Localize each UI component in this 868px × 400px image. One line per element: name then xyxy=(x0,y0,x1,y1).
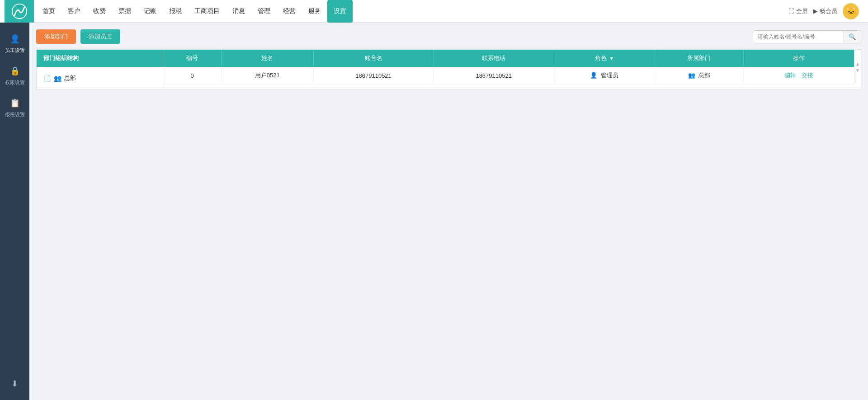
member-label: 畅会员 xyxy=(820,7,837,15)
sidebar-permission-label: 权限设置 xyxy=(5,79,25,86)
member-button[interactable]: ▶ 畅会员 xyxy=(813,7,837,15)
nav-right-area: ⛶ 全屏 ▶ 畅会员 🐱 xyxy=(788,3,863,19)
dept-item-zongbu[interactable]: 📄 👥 总部 xyxy=(41,71,158,85)
nav-accounting[interactable]: 记账 xyxy=(137,0,163,23)
dept-value: 总部 xyxy=(698,72,710,79)
nav-settings[interactable]: 设置 xyxy=(327,0,353,23)
cell-phone: 18679110521 xyxy=(434,67,554,85)
cell-role: 👤 管理员 xyxy=(554,67,655,85)
col-header-name: 姓名 xyxy=(222,50,313,67)
edit-button[interactable]: 编辑 xyxy=(784,72,796,79)
col-header-id: 编号 xyxy=(163,50,222,67)
cell-dept: 👥 总部 xyxy=(655,67,743,85)
sidebar-employee-label: 员工设置 xyxy=(5,47,25,54)
nav-customer[interactable]: 客户 xyxy=(61,0,87,23)
nav-billing[interactable]: 收费 xyxy=(87,0,112,23)
play-icon: ▶ xyxy=(813,8,818,14)
nav-operation[interactable]: 经营 xyxy=(277,0,302,23)
col-header-role[interactable]: 角色 ▼ xyxy=(554,50,655,67)
content-area: 部门组织结构 📄 👥 总部 编号 姓名 xyxy=(36,49,861,90)
main-content: 添加部门 添加员工 🔍 部门组织结构 📄 👥 总部 xyxy=(29,23,868,400)
dept-file-icon: 📄 xyxy=(43,75,51,82)
search-icon: 🔍 xyxy=(849,33,856,40)
nav-service[interactable]: 服务 xyxy=(302,0,327,23)
user-avatar[interactable]: 🐱 xyxy=(843,3,859,19)
cell-actions: 编辑 交接 xyxy=(743,67,854,85)
fullscreen-label: 全屏 xyxy=(796,7,808,15)
scroll-down-icon[interactable]: ▼ xyxy=(855,67,860,74)
nav-message[interactable]: 消息 xyxy=(226,0,251,23)
cell-name: 用户0521 xyxy=(222,67,313,85)
employee-table: 编号 姓名 账号名 联系电话 角色 ▼ 所属部门 操作 xyxy=(163,50,854,85)
dept-tree: 📄 👥 总部 xyxy=(37,67,163,89)
scroll-up-icon[interactable]: ▲ xyxy=(855,61,860,67)
sidebar-item-permission[interactable]: 🔒 权限设置 xyxy=(0,59,29,91)
fullscreen-button[interactable]: ⛶ 全屏 xyxy=(788,7,808,15)
nav-business[interactable]: 工商项目 xyxy=(188,0,226,23)
sidebar: 👤 员工设置 🔒 权限设置 📋 报税设置 ⬇ xyxy=(0,23,29,400)
tax-settings-icon: 📋 xyxy=(9,97,21,109)
nav-menu: 首页 客户 收费 票据 记账 报税 工商项目 消息 管理 经营 服务 设置 xyxy=(36,0,788,23)
sidebar-bottom-item[interactable]: ⬇ xyxy=(0,372,29,395)
table-container: 编号 姓名 账号名 联系电话 角色 ▼ 所属部门 操作 xyxy=(163,50,861,85)
col-header-account: 账号名 xyxy=(313,50,434,67)
role-icon: 👤 xyxy=(590,72,597,79)
cell-id: 0 xyxy=(163,67,222,85)
nav-invoice[interactable]: 票据 xyxy=(112,0,137,23)
transfer-button[interactable]: 交接 xyxy=(802,72,813,79)
add-dept-button[interactable]: 添加部门 xyxy=(36,29,76,44)
dept-user-icon: 👥 xyxy=(54,75,61,82)
dept-badge-icon: 👥 xyxy=(688,72,695,79)
download-icon: ⬇ xyxy=(9,377,21,390)
table-header-row: 编号 姓名 账号名 联系电话 角色 ▼ 所属部门 操作 xyxy=(163,50,854,67)
dept-tree-header: 部门组织结构 xyxy=(37,50,163,67)
add-employee-button[interactable]: 添加员工 xyxy=(80,29,120,44)
action-bar: 添加部门 添加员工 🔍 xyxy=(36,29,861,44)
employee-icon: 👤 xyxy=(9,33,21,45)
table-wrapper: 编号 姓名 账号名 联系电话 角色 ▼ 所属部门 操作 xyxy=(163,50,854,85)
cell-account: 18679110521 xyxy=(313,67,434,85)
logo xyxy=(5,0,34,23)
col-role-label: 角色 xyxy=(595,55,607,61)
lock-icon: 🔒 xyxy=(9,65,21,77)
col-header-phone: 联系电话 xyxy=(434,50,554,67)
role-value: 管理员 xyxy=(601,72,618,79)
left-panel: 部门组织结构 📄 👥 总部 xyxy=(37,50,163,89)
top-navigation: 首页 客户 收费 票据 记账 报税 工商项目 消息 管理 经营 服务 设置 ⛶ … xyxy=(0,0,868,23)
fullscreen-icon: ⛶ xyxy=(788,8,794,14)
search-button[interactable]: 🔍 xyxy=(844,31,861,43)
nav-home[interactable]: 首页 xyxy=(36,0,61,23)
search-input[interactable] xyxy=(753,31,844,42)
nav-tax[interactable]: 报税 xyxy=(163,0,188,23)
sidebar-tax-settings-label: 报税设置 xyxy=(5,111,25,118)
sidebar-item-tax-settings[interactable]: 📋 报税设置 xyxy=(0,91,29,123)
filter-icon: ▼ xyxy=(609,56,614,61)
right-panel: 编号 姓名 账号名 联系电话 角色 ▼ 所属部门 操作 xyxy=(163,50,861,89)
scroll-indicator: ▲ ▼ xyxy=(854,50,861,85)
table-row: 0 用户0521 18679110521 18679110521 👤 管理员 👥 xyxy=(163,67,854,85)
col-header-actions: 操作 xyxy=(743,50,854,67)
nav-manage[interactable]: 管理 xyxy=(251,0,277,23)
dept-name-zongbu: 总部 xyxy=(64,74,76,82)
sidebar-item-employee[interactable]: 👤 员工设置 xyxy=(0,27,29,59)
col-header-dept: 所属部门 xyxy=(655,50,743,67)
search-box: 🔍 xyxy=(753,30,861,43)
